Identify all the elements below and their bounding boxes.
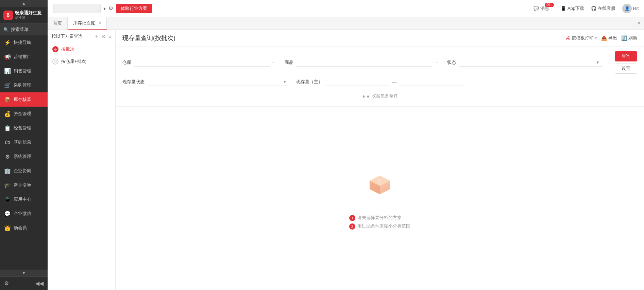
stock-status-select[interactable]: ▼ <box>147 78 289 86</box>
right-panel: 现存量查询(按批次) 🖨 按模板打印 ▾ 📤 导出 🔄 刷新 <box>116 30 644 290</box>
topbar-dropdown-arrow[interactable]: ▾ <box>103 6 106 11</box>
company-name: 畅康通好生意 <box>15 10 41 16</box>
app-logo: 6 <box>3 11 13 20</box>
stock-qty-max-input[interactable] <box>400 78 463 86</box>
empty-tip-2: 2 用过滤条件来缩小分析范围 <box>349 223 410 230</box>
collapse-icon[interactable]: ◀◀ <box>35 280 44 287</box>
sidebar: ▲ 6 畅康通好生意 标准版 🔍 搜索菜单 ⚡ 快捷导航 📢 营销推广 📊 销售… <box>0 0 48 290</box>
tab-close-all-icon[interactable]: × <box>637 20 641 27</box>
export-button[interactable]: 📤 导出 <box>601 35 617 41</box>
avatar: 👤 <box>622 4 632 13</box>
sidebar-item-basic[interactable]: 🗂 基础信息 <box>0 135 48 149</box>
system-label: 系统管理 <box>14 153 31 160</box>
member-icon: 👑 <box>4 224 11 231</box>
left-panel: 按以下方案查询 ＋ ⊙ « ⊙ 按批次 按仓库+批次 <box>48 30 116 290</box>
warehouse-label: 仓库 <box>122 59 131 66</box>
sidebar-item-guide[interactable]: 🎓 新手引导 <box>0 178 48 192</box>
sidebar-item-sales[interactable]: 📊 销售管理 <box>0 64 48 78</box>
stock-qty-dash: — <box>390 79 400 85</box>
marketing-icon: 📢 <box>4 53 11 60</box>
product-more-icon[interactable]: ··· <box>432 60 440 65</box>
sales-icon: 📊 <box>4 68 11 74</box>
headset-icon: 🎧 <box>591 6 596 11</box>
sidebar-item-finance[interactable]: 💰 资金管理 <box>0 107 48 121</box>
messages-item[interactable]: 💬 消息 99+ <box>533 5 549 12</box>
tab-home[interactable]: 首页 <box>48 17 68 30</box>
sidebar-item-system[interactable]: ⚙ 系统管理 <box>0 149 48 164</box>
wechat-icon: 💬 <box>4 210 11 217</box>
finance-icon: 💰 <box>4 110 11 117</box>
tip-number-1: 1 <box>349 215 355 221</box>
query-button[interactable]: 查询 <box>615 51 637 61</box>
tabbar-close-area: × <box>633 20 644 27</box>
finance-label: 资金管理 <box>14 111 31 117</box>
topbar-gear-icon[interactable]: ⚙ <box>108 5 113 12</box>
sales-label: 销售管理 <box>14 68 31 74</box>
plan-item-warehouse-batch[interactable]: 按仓库+批次 <box>48 55 115 68</box>
sidebar-nav: ⚡ 快捷导航 📢 营销推广 📊 销售管理 🛒 采购管理 📦 库存核算 💰 资金管… <box>0 35 48 270</box>
filter-row-1: 仓库 ··· 商品 ··· 状态 <box>122 51 637 74</box>
sidebar-search[interactable]: 🔍 搜索菜单 <box>0 24 48 35</box>
sidebar-item-marketing[interactable]: 📢 营销推广 <box>0 50 48 64</box>
collapse-panel-icon[interactable]: « <box>108 34 111 39</box>
operations-label: 经营管理 <box>14 125 31 131</box>
topbar-search-box[interactable] <box>53 4 101 13</box>
guide-label: 新手引导 <box>14 182 31 188</box>
plan-dot-active: ⊙ <box>52 46 58 52</box>
marketing-label: 营销推广 <box>14 54 31 60</box>
tab-batch-label: 库存批次账 <box>73 20 95 26</box>
tab-batch[interactable]: 库存批次账 × <box>68 17 107 30</box>
status-select-arrow: ▼ <box>596 60 600 65</box>
sidebar-item-purchase[interactable]: 🛒 采购管理 <box>0 78 48 92</box>
status-select[interactable]: ▼ <box>459 59 603 67</box>
sidebar-item-app-center[interactable]: 📱 应用中心 <box>0 192 48 206</box>
sidebar-item-operations[interactable]: 📋 经营管理 <box>0 121 48 135</box>
inventory-icon: 📦 <box>4 96 11 103</box>
user-name: Rit <box>633 6 639 11</box>
page-title: 现存量查询(按批次) <box>122 34 175 42</box>
plan-item-batch[interactable]: ⊙ 按批次 <box>48 43 115 55</box>
scroll-down-arrow[interactable]: ▼ <box>0 270 48 276</box>
scroll-up-arrow[interactable]: ▲ <box>0 0 48 7</box>
settings-icon[interactable]: ⚙ <box>4 280 9 287</box>
tab-home-label: 首页 <box>53 20 62 26</box>
settings-plan-icon[interactable]: ⊙ <box>102 34 106 39</box>
online-service-item[interactable]: 🎧 在线客服 <box>591 5 615 12</box>
main-area: ▾ ⚙ 体验行业方案 💬 消息 99+ 📱 App下载 🎧 在线客服 👤 <box>48 0 644 290</box>
print-dropdown-icon[interactable]: ▾ <box>595 36 597 40</box>
empty-illustration: ? <box>359 167 400 208</box>
collapse-row[interactable]: ▲▲ 收起更多条件 <box>122 90 637 102</box>
stock-qty-min-input[interactable] <box>325 78 389 86</box>
collapse-label: 收起更多条件 <box>372 93 398 99</box>
inventory-label: 库存核算 <box>14 96 31 103</box>
status-field: 状态 ▼ <box>447 59 603 67</box>
refresh-icon: 🔄 <box>621 35 627 41</box>
product-field: 商品 ··· <box>285 58 440 67</box>
messages-badge: 99+ <box>545 3 554 7</box>
warehouse-input[interactable] <box>134 58 270 67</box>
sidebar-item-member[interactable]: 👑 畅会员 <box>0 221 48 235</box>
operations-icon: 📋 <box>4 125 11 131</box>
refresh-button[interactable]: 🔄 刷新 <box>621 35 637 41</box>
empty-tip-1: 1 请先选择要分析的方案 <box>349 215 410 221</box>
sidebar-bottom: ⚙ ◀◀ <box>0 276 48 290</box>
tab-close-icon[interactable]: × <box>99 21 101 25</box>
sidebar-item-wechat[interactable]: 💬 企业微信 <box>0 206 48 221</box>
add-plan-icon[interactable]: ＋ <box>94 33 99 39</box>
experience-button[interactable]: 体验行业方案 <box>116 4 152 13</box>
settings-button[interactable]: 设置 <box>615 64 637 74</box>
empty-tips: 1 请先选择要分析的方案 2 用过滤条件来缩小分析范围 <box>349 215 410 230</box>
product-input[interactable] <box>296 58 432 67</box>
print-button[interactable]: 🖨 按模板打印 ▾ <box>565 35 597 41</box>
topbar: ▾ ⚙ 体验行业方案 💬 消息 99+ 📱 App下载 🎧 在线客服 👤 <box>48 0 644 17</box>
sidebar-item-enterprise[interactable]: 🏢 企业协同 <box>0 164 48 178</box>
search-label: 搜索菜单 <box>11 26 29 33</box>
app-download-item[interactable]: 📱 App下载 <box>561 5 584 12</box>
sidebar-item-inventory[interactable]: 📦 库存核算 <box>0 92 48 107</box>
tip-text-2: 用过滤条件来缩小分析范围 <box>357 223 410 229</box>
member-label: 畅会员 <box>14 225 27 231</box>
sidebar-item-quick-nav[interactable]: ⚡ 快捷导航 <box>0 35 48 50</box>
wechat-label: 企业微信 <box>14 211 31 217</box>
warehouse-more-icon[interactable]: ··· <box>270 60 278 65</box>
user-item[interactable]: 👤 Rit <box>622 4 639 13</box>
